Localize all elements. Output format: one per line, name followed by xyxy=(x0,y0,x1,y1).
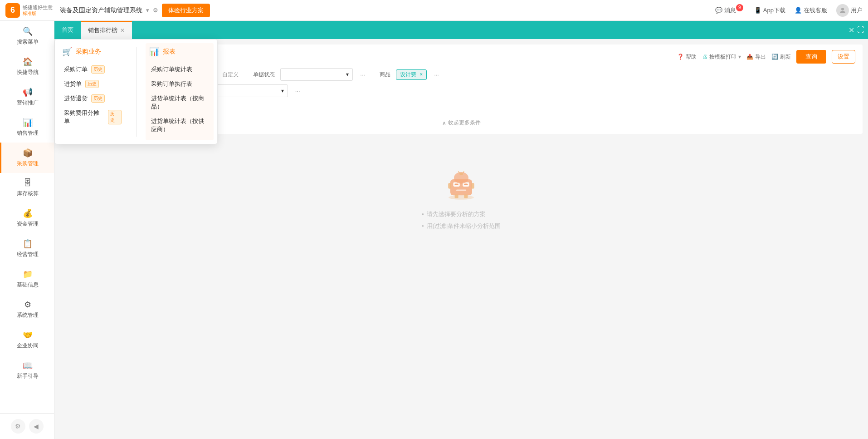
sidebar-item-system[interactable]: ⚙ 系统管理 xyxy=(0,294,54,325)
dropdown-item-incoming-stats-goods[interactable]: 进货单统计表（按商品） xyxy=(149,91,210,114)
user-menu[interactable]: 用户 xyxy=(836,4,863,17)
bill-status-chevron: ▾ xyxy=(346,71,349,78)
dropdown-item-incoming-stats-supplier[interactable]: 进货单统计表（按供应商） xyxy=(149,114,210,137)
sidebar: 🔍 搜索菜单 🏠 快捷导航 📢 营销推广 📊 销售管理 📦 采购管理 🗄 库存核… xyxy=(0,21,54,439)
box-icon: 📦 xyxy=(23,148,33,158)
dropdown-item-incoming[interactable]: 进货单 历史 xyxy=(62,77,123,91)
trial-button[interactable]: 体验行业方案 xyxy=(162,4,210,17)
svg-rect-9 xyxy=(471,183,474,189)
goods-tag-text: 设计费 xyxy=(400,71,416,79)
sidebar-item-sales[interactable]: 📊 销售管理 xyxy=(0,112,54,143)
message-button[interactable]: 💬 消息 9 xyxy=(715,6,745,15)
export-button[interactable]: 📤 导出 xyxy=(746,53,766,61)
empty-illustration xyxy=(439,165,484,201)
settings-button[interactable]: 设置 xyxy=(832,50,855,64)
refresh-button[interactable]: 🔄 刷新 xyxy=(771,53,791,61)
chevron-down-icon[interactable]: ▾ xyxy=(146,7,149,14)
sidebar-collapse-button[interactable]: ◀ xyxy=(29,419,44,434)
sidebar-item-label: 库存核算 xyxy=(17,190,39,197)
help-label: 帮助 xyxy=(686,53,697,61)
svg-rect-11 xyxy=(464,195,468,198)
sidebar-item-quick[interactable]: 🏠 快捷导航 xyxy=(0,51,54,82)
collab-icon: 🤝 xyxy=(23,330,33,340)
sidebar-item-label: 营销推广 xyxy=(17,99,39,107)
sidebar-item-guide[interactable]: 📖 新手引导 xyxy=(0,355,54,385)
goods-tag: 设计费 × xyxy=(396,69,427,80)
sidebar-item-marketing[interactable]: 📢 营销推广 xyxy=(0,82,54,112)
user-avatar xyxy=(836,4,849,17)
tab-sales-rank[interactable]: 销售排行榜 ✕ xyxy=(81,21,132,39)
sidebar-item-label: 企业协同 xyxy=(17,342,39,350)
tab-home[interactable]: 首页 xyxy=(54,21,81,39)
goods-dots[interactable]: ··· xyxy=(434,71,439,78)
sidebar-item-label: 系统管理 xyxy=(17,311,39,319)
empty-tip-2: 用[过滤]条件来缩小分析范围 xyxy=(427,220,501,232)
tab-close-all-icon[interactable]: ✕ xyxy=(848,26,854,35)
date-custom[interactable]: 自定义 xyxy=(222,71,239,79)
tab-sales-rank-label: 销售排行榜 xyxy=(88,26,117,35)
purchase-col-icon: 🛒 xyxy=(62,47,72,57)
home-icon: 🏠 xyxy=(23,57,33,67)
goods-tag-close[interactable]: × xyxy=(419,71,423,78)
sidebar-item-operation[interactable]: 📋 经营管理 xyxy=(0,233,54,264)
dropdown-item-purchase-cost[interactable]: 采购费用分摊单 历史 xyxy=(62,106,123,128)
dropdown-item-purchase-order-exec[interactable]: 采购订单执行表 xyxy=(149,77,210,91)
salesman-select[interactable]: ▾ xyxy=(215,84,288,97)
purchase-col: 🛒 采购业务 采购订单 历史 进货单 历史 进货退货 历史 采购费用分摊单 历史 xyxy=(62,47,123,137)
collapse-icon: ∧ xyxy=(442,120,446,126)
tab-expand-icon[interactable]: ⛶ xyxy=(857,26,864,34)
item-label: 进货单统计表（按供应商） xyxy=(151,117,209,133)
empty-tips: 请先选择要分析的方案 用[过滤]条件来缩小分析范围 xyxy=(422,208,501,232)
sidebar-item-label: 快捷导航 xyxy=(17,69,39,76)
bill-status-dots[interactable]: ··· xyxy=(360,71,365,78)
sidebar-item-finance[interactable]: 💰 资金管理 xyxy=(0,203,54,233)
folder-icon: 📁 xyxy=(23,269,33,279)
goods-label: 商品 xyxy=(380,71,390,79)
sidebar-item-collab[interactable]: 🤝 企业协同 xyxy=(0,325,54,355)
help-button[interactable]: ❓ 帮助 xyxy=(677,53,697,61)
svg-rect-7 xyxy=(456,189,466,191)
report-col-header: 📊 报表 xyxy=(149,47,210,57)
logo-line1: 畅捷通好生意 xyxy=(23,4,53,10)
sidebar-item-inventory[interactable]: 🗄 库存核算 xyxy=(0,173,54,203)
settings-icon[interactable]: ⚙ xyxy=(153,7,158,14)
dropdown-item-purchase-order[interactable]: 采购订单 历史 xyxy=(62,62,123,77)
report-col: 📊 报表 采购订单统计表 采购订单执行表 进货单统计表（按商品） 进货单统计表（… xyxy=(149,47,210,137)
sidebar-settings-button[interactable]: ⚙ xyxy=(11,419,25,434)
history-badge: 历史 xyxy=(91,94,105,103)
sidebar-item-basicinfo[interactable]: 📁 基础信息 xyxy=(0,264,54,294)
search-button[interactable]: 查询 xyxy=(796,50,826,64)
dropdown-item-incoming-return[interactable]: 进货退货 历史 xyxy=(62,91,123,106)
app-download-button[interactable]: 📱 App下载 xyxy=(754,6,785,15)
purchase-dropdown-menu: 🛒 采购业务 采购订单 历史 进货单 历史 进货退货 历史 采购费用分摊单 历史 xyxy=(54,39,218,144)
report-col-icon: 📊 xyxy=(149,47,159,57)
print-icon: 🖨 xyxy=(702,54,707,60)
inventory-icon: 🗄 xyxy=(24,178,32,188)
user-name: 用户 xyxy=(851,6,863,15)
dropdown-cols: 🛒 采购业务 采购订单 历史 进货单 历史 进货退货 历史 采购费用分摊单 历史 xyxy=(62,47,210,137)
salesman-dots[interactable]: ··· xyxy=(295,88,300,94)
salesman-value xyxy=(219,87,225,95)
sidebar-item-label: 经营管理 xyxy=(17,251,39,258)
app-download-label: App下载 xyxy=(763,6,785,15)
item-label: 采购订单统计表 xyxy=(151,65,192,74)
purchase-col-title: 采购业务 xyxy=(76,48,101,56)
export-icon: 📤 xyxy=(746,54,753,60)
bill-status-select[interactable]: ▾ xyxy=(280,68,353,81)
sidebar-item-search[interactable]: 🔍 搜索菜单 xyxy=(0,21,54,51)
print-template-button[interactable]: 🖨 按模板打印 ▾ xyxy=(702,53,741,61)
salesman-chevron: ▾ xyxy=(281,88,284,94)
tab-bar: 首页 销售排行榜 ✕ ✕ ⛶ xyxy=(54,21,868,39)
svg-point-1 xyxy=(449,195,474,200)
dropdown-item-purchase-order-stats[interactable]: 采购订单统计表 xyxy=(149,62,210,77)
refresh-icon: 🔄 xyxy=(771,54,778,60)
sidebar-item-purchase[interactable]: 📦 采购管理 xyxy=(0,143,54,173)
empty-tip-1: 请先选择要分析的方案 xyxy=(427,208,486,220)
sidebar-bottom: ⚙ ◀ xyxy=(0,413,54,439)
history-badge: 历史 xyxy=(108,110,122,124)
message-icon: 💬 xyxy=(715,7,722,14)
logo-area: 6 畅捷通好生意 标准版 xyxy=(5,3,60,18)
tab-close-icon[interactable]: ✕ xyxy=(120,27,125,34)
online-service-button[interactable]: 👤 在线客服 xyxy=(795,6,827,15)
collapse-label: 收起更多条件 xyxy=(448,119,481,127)
